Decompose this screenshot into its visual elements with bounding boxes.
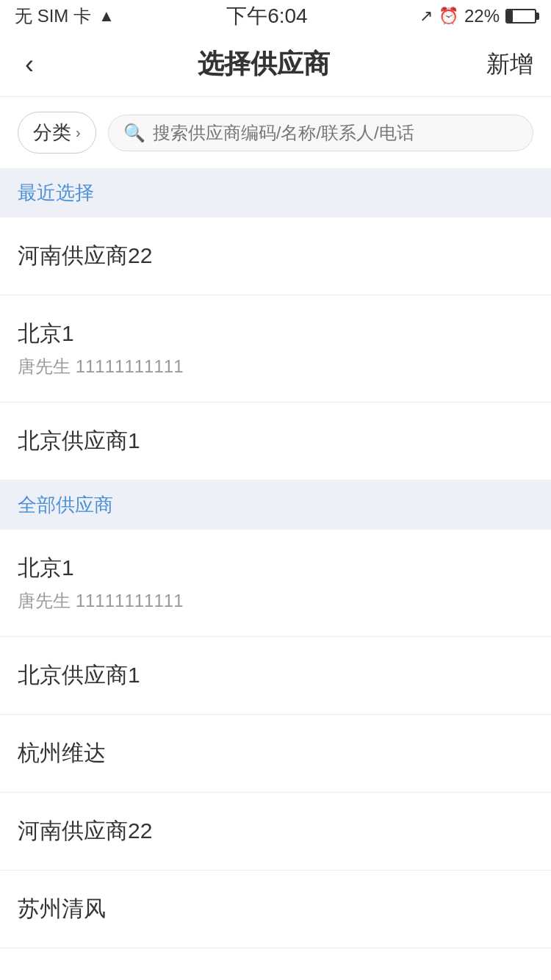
add-button[interactable]: 新增: [486, 48, 533, 81]
battery-percent: 22%: [464, 6, 500, 26]
page-title: 选择供应商: [198, 46, 330, 82]
list-item[interactable]: 河南供应商22: [0, 217, 551, 295]
nav-bar: ‹ 选择供应商 新增: [0, 32, 551, 97]
supplier-detail: 唐先生 11111111111: [18, 589, 533, 613]
location-icon: ↗: [419, 7, 433, 26]
supplier-name: 北京1: [18, 319, 533, 349]
category-button[interactable]: 分类 ›: [18, 112, 96, 154]
supplier-name: 北京1: [18, 553, 533, 583]
list-item[interactable]: 北京1唐先生 11111111111: [0, 530, 551, 637]
list-item[interactable]: 北京1唐先生 11111111111: [0, 295, 551, 403]
all-suppliers-list: 北京1唐先生 11111111111北京供应商1杭州维达河南供应商22苏州清风: [0, 530, 551, 948]
alarm-icon: ⏰: [439, 7, 458, 26]
list-item[interactable]: 河南供应商22: [0, 793, 551, 871]
chevron-right-icon: ›: [76, 124, 81, 141]
list-item[interactable]: 杭州维达: [0, 715, 551, 793]
supplier-name: 杭州维达: [18, 738, 533, 768]
list-item[interactable]: 北京供应商1: [0, 637, 551, 715]
search-icon: 🔍: [123, 123, 145, 143]
battery-icon: [505, 9, 536, 24]
status-left: 无 SIM 卡 ▲: [15, 4, 115, 28]
filter-bar: 分类 › 🔍: [0, 97, 551, 168]
supplier-name: 苏州清风: [18, 894, 533, 924]
supplier-name: 北京供应商1: [18, 426, 533, 456]
all-section-header: 全部供应商: [0, 480, 551, 530]
recent-suppliers-list: 河南供应商22北京1唐先生 11111111111北京供应商1: [0, 217, 551, 480]
search-input[interactable]: [153, 123, 518, 143]
status-right: ↗ ⏰ 22%: [419, 6, 536, 26]
status-bar: 无 SIM 卡 ▲ 下午6:04 ↗ ⏰ 22%: [0, 0, 551, 32]
wifi-icon: ▲: [98, 7, 115, 26]
supplier-name: 北京供应商1: [18, 660, 533, 691]
carrier-label: 无 SIM 卡: [15, 4, 91, 28]
list-item[interactable]: 北京供应商1: [0, 403, 551, 480]
supplier-name: 河南供应商22: [18, 241, 533, 271]
list-item[interactable]: 苏州清风: [0, 871, 551, 948]
category-label: 分类: [33, 120, 71, 145]
status-time: 下午6:04: [226, 2, 308, 30]
supplier-detail: 唐先生 11111111111: [18, 355, 533, 378]
supplier-name: 河南供应商22: [18, 816, 533, 846]
recent-section-header: 最近选择: [0, 168, 551, 217]
search-box: 🔍: [108, 115, 533, 151]
back-button[interactable]: ‹: [18, 42, 41, 87]
